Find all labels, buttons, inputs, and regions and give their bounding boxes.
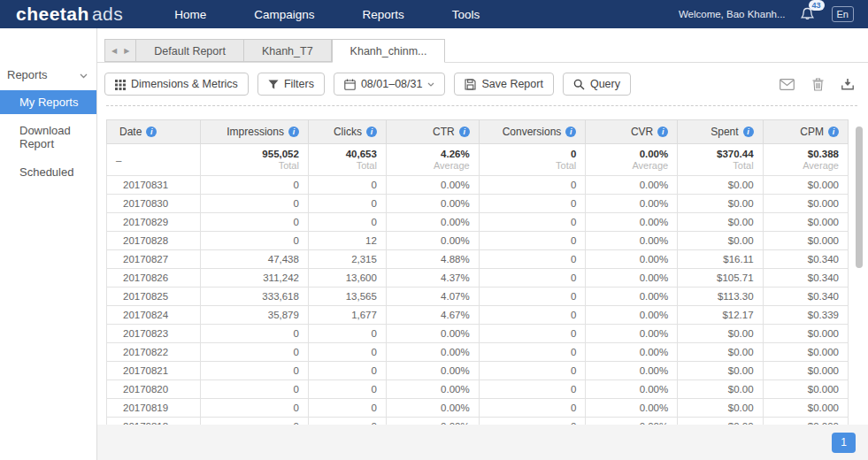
info-icon[interactable]: i — [743, 126, 754, 137]
value-cell: $105.71 — [678, 269, 763, 288]
toolbar-separator — [106, 105, 857, 106]
column-header-ctr[interactable]: CTRi — [386, 120, 479, 144]
info-icon[interactable]: i — [657, 126, 668, 137]
navbar-right: Welcome, Bao Khanh... 43 En — [679, 5, 854, 23]
info-icon[interactable]: i — [146, 126, 157, 137]
sidebar-item-scheduled[interactable]: Scheduled — [0, 160, 96, 184]
value-cell: $0.000 — [763, 213, 848, 232]
tab-scroll-right-icon[interactable]: ▶ — [122, 45, 131, 57]
value-cell: $0.00 — [678, 343, 763, 362]
column-header-spent[interactable]: Spenti — [678, 120, 763, 144]
column-label: Impressions — [227, 126, 284, 138]
delete-report-button[interactable] — [812, 78, 824, 91]
filters-label: Filters — [284, 78, 314, 90]
column-label: CPM — [800, 126, 824, 138]
info-icon[interactable]: i — [459, 126, 470, 137]
sidebar-item-my-reports[interactable]: My Reports — [0, 90, 96, 114]
value-cell: 0.00% — [586, 176, 678, 195]
sidebar: Reports My Reports Download Report Sched… — [0, 28, 97, 460]
value-cell: 0 — [308, 325, 386, 343]
column-header-cvr[interactable]: CVRi — [586, 120, 678, 144]
totals-cell: $0.388Average — [763, 144, 848, 176]
sidebar-section-reports[interactable]: Reports — [0, 64, 96, 86]
value-cell: 0.00% — [386, 213, 479, 232]
report-tabstrip: ◀ ▶ Default Report Khanh_T7 Khanh_chinm.… — [97, 28, 868, 63]
language-selector[interactable]: En — [832, 6, 854, 22]
column-label: Date — [119, 126, 142, 138]
nav-item-campaigns[interactable]: Campaigns — [254, 8, 314, 21]
table-row: 2017082435,8791,6774.67%00.00%$12.17$0.3… — [107, 306, 849, 325]
value-cell: 0 — [479, 380, 586, 399]
save-report-label: Save Report — [481, 78, 542, 90]
info-icon[interactable]: i — [366, 126, 377, 137]
value-cell: $0.339 — [763, 306, 848, 325]
value-cell: $0.00 — [678, 380, 763, 399]
value-cell: 0 — [200, 343, 308, 362]
save-report-button[interactable]: Save Report — [454, 73, 553, 96]
table-row: 20170818000.00%00.00%$0.00$0.000 — [107, 418, 849, 426]
value-cell: $16.11 — [678, 250, 763, 269]
tab-default-report[interactable]: Default Report — [136, 39, 244, 62]
value-cell: 0 — [200, 399, 308, 418]
app-logo[interactable]: cheetahads — [16, 4, 123, 25]
download-report-button[interactable] — [841, 78, 854, 90]
value-cell: 0.00% — [586, 306, 678, 325]
value-cell: $0.00 — [678, 176, 763, 195]
value-cell: $0.00 — [678, 195, 763, 213]
column-header-impressions[interactable]: Impressionsi — [200, 120, 308, 144]
date-cell: 20170818 — [107, 418, 201, 426]
column-header-date[interactable]: Datei — [107, 120, 201, 144]
table-row: 20170823000.00%00.00%$0.00$0.000 — [107, 325, 849, 343]
value-cell: $0.340 — [763, 269, 848, 288]
report-table-container: DateiImpressionsiClicksiCTRiConversionsi… — [106, 119, 864, 425]
value-cell: 4.37% — [386, 269, 479, 288]
value-cell: $0.00 — [678, 232, 763, 250]
value-cell: $0.000 — [763, 362, 848, 380]
column-header-clicks[interactable]: Clicksi — [308, 120, 386, 144]
date-range-label: 08/01–08/31 — [361, 78, 423, 90]
scrollbar-thumb[interactable] — [856, 126, 863, 268]
nav-item-tools[interactable]: Tools — [452, 8, 480, 21]
tab-scroll-left-icon[interactable]: ◀ — [110, 45, 119, 57]
pagination-bar: 1 — [97, 425, 868, 460]
value-cell: 0 — [308, 362, 386, 380]
info-icon[interactable]: i — [828, 126, 839, 137]
tab-khanh-t7[interactable]: Khanh_T7 — [244, 39, 332, 62]
value-cell: $0.00 — [678, 418, 763, 426]
user-greeting[interactable]: Welcome, Bao Khanh... — [679, 9, 786, 19]
column-header-conversions[interactable]: Conversionsi — [479, 120, 586, 144]
date-cell: 20170828 — [107, 232, 201, 250]
query-button[interactable]: Query — [563, 73, 631, 96]
column-header-cpm[interactable]: CPMi — [763, 120, 848, 144]
main-nav: Home Campaigns Reports Tools — [174, 8, 527, 21]
date-cell: 20170831 — [107, 176, 201, 195]
value-cell: 0 — [200, 213, 308, 232]
dimensions-metrics-button[interactable]: Dimensions & Metrics — [104, 73, 249, 96]
info-icon[interactable]: i — [288, 126, 299, 137]
sidebar-item-download-report[interactable]: Download Report — [0, 119, 96, 156]
date-cell: 20170825 — [107, 288, 201, 306]
nav-item-reports[interactable]: Reports — [363, 8, 404, 21]
value-cell: 0 — [479, 288, 586, 306]
value-cell: 0.00% — [386, 399, 479, 418]
value-cell: 0 — [200, 176, 308, 195]
filters-button[interactable]: Filters — [257, 73, 325, 96]
info-icon[interactable]: i — [565, 126, 576, 137]
value-cell: 0.00% — [586, 269, 678, 288]
value-cell: 0 — [479, 306, 586, 325]
table-scrollbar[interactable] — [856, 126, 863, 418]
nav-item-home[interactable]: Home — [174, 8, 206, 21]
notifications-button[interactable]: 43 — [800, 5, 818, 23]
tab-khanh-chinm[interactable]: Khanh_chinm... — [332, 39, 446, 63]
table-row: 20170829000.00%00.00%$0.00$0.000 — [107, 213, 849, 232]
value-cell: 0 — [479, 325, 586, 343]
value-cell: 0 — [200, 380, 308, 399]
date-cell: 20170824 — [107, 306, 201, 325]
table-row: 20170831000.00%00.00%$0.00$0.000 — [107, 176, 849, 195]
date-cell: 20170822 — [107, 343, 201, 362]
date-range-button[interactable]: 08/01–08/31 — [334, 73, 446, 96]
table-row: 20170819000.00%00.00%$0.00$0.000 — [107, 399, 849, 418]
pagination-page-1[interactable]: 1 — [832, 433, 856, 453]
report-toolbar: Dimensions & Metrics Filters 08/01–08/31 — [97, 63, 868, 104]
email-report-button[interactable] — [780, 79, 795, 90]
